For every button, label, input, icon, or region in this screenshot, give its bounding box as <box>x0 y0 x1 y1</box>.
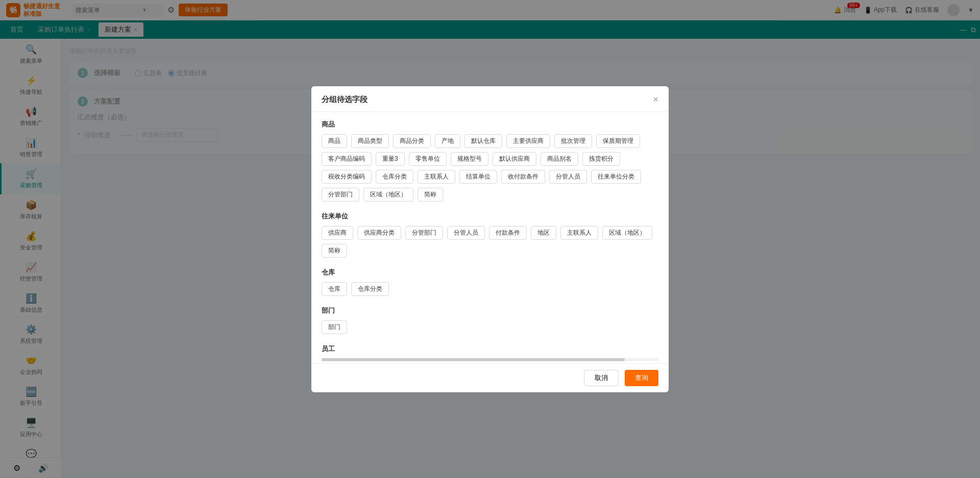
field-tag-goods[interactable]: 商品 <box>322 134 347 148</box>
field-tag-abbr2[interactable]: 简称 <box>322 244 347 258</box>
modal-body[interactable]: 商品 商品 商品类型 商品分类 产地 默认仓库 主要供应商 批次管理 保质期管理… <box>311 112 669 358</box>
department-field-tags: 部门 <box>322 320 658 334</box>
warehouse-field-tags: 仓库 仓库分类 <box>322 282 658 296</box>
employee-section-title: 员工 <box>322 344 658 354</box>
field-tag-payment-cond[interactable]: 付款条件 <box>489 226 527 240</box>
field-tag-tax-code[interactable]: 税收分类编码 <box>322 170 372 184</box>
field-tag-supplier-category[interactable]: 供应商分类 <box>357 226 401 240</box>
field-tag-area[interactable]: 地区 <box>531 226 556 240</box>
field-tag-supervisor[interactable]: 分管人员 <box>549 170 587 184</box>
field-section-warehouse: 仓库 仓库 仓库分类 <box>322 268 658 296</box>
field-tag-default-supplier[interactable]: 默认供应商 <box>493 152 536 166</box>
partner-field-tags: 供应商 供应商分类 分管部门 分管人员 付款条件 地区 主联系人 区域（地区） … <box>322 226 658 258</box>
field-tag-warehouse[interactable]: 仓库 <box>322 282 347 296</box>
modal-horizontal-scrollbar[interactable] <box>322 358 658 361</box>
field-tag-payment-terms[interactable]: 收付款条件 <box>501 170 545 184</box>
field-tag-warehouse-cat[interactable]: 仓库分类 <box>351 282 389 296</box>
modal-scroll-thumb-h <box>322 358 625 361</box>
confirm-button[interactable]: 查询 <box>625 370 658 386</box>
field-tag-abbr[interactable]: 简称 <box>418 188 443 202</box>
warehouse-section-title: 仓库 <box>322 268 658 277</box>
field-tag-region[interactable]: 区域（地区） <box>363 188 413 202</box>
field-tag-spec-model[interactable]: 规格型号 <box>451 152 488 166</box>
field-tag-default-warehouse[interactable]: 默认仓库 <box>464 134 502 148</box>
modal-title: 分组待选字段 <box>322 95 368 105</box>
field-tag-goods-alias[interactable]: 商品别名 <box>541 152 578 166</box>
goods-field-tags: 商品 商品类型 商品分类 产地 默认仓库 主要供应商 批次管理 保质期管理 客户… <box>322 134 658 202</box>
field-tag-goods-category[interactable]: 商品分类 <box>393 134 431 148</box>
goods-section-title: 商品 <box>322 120 658 129</box>
field-tag-weight3[interactable]: 重量3 <box>376 152 405 166</box>
modal-close-button[interactable]: × <box>653 94 658 105</box>
cancel-button[interactable]: 取消 <box>584 370 619 386</box>
field-section-department: 部门 部门 <box>322 306 658 334</box>
field-section-employee: 员工 业务员 <box>322 344 658 358</box>
field-section-partner: 往来单位 供应商 供应商分类 分管部门 分管人员 付款条件 地区 主联系人 区域… <box>322 212 658 258</box>
field-tag-supplier[interactable]: 供应商 <box>322 226 353 240</box>
modal-overlay: 分组待选字段 × 商品 商品 商品类型 商品分类 产地 默认仓库 主要供应商 批… <box>0 0 980 478</box>
field-tag-main-contact2[interactable]: 主联系人 <box>560 226 598 240</box>
field-section-goods: 商品 商品 商品类型 商品分类 产地 默认仓库 主要供应商 批次管理 保质期管理… <box>322 120 658 202</box>
department-section-title: 部门 <box>322 306 658 315</box>
modal-header: 分组待选字段 × <box>311 86 669 112</box>
modal-footer: 取消 查询 <box>311 363 669 392</box>
partner-section-title: 往来单位 <box>322 212 658 221</box>
field-tag-main-supplier[interactable]: 主要供应商 <box>506 134 550 148</box>
field-tag-main-contact[interactable]: 主联系人 <box>418 170 455 184</box>
field-tag-mgmt-dept[interactable]: 分管部门 <box>322 188 359 202</box>
field-tag-region2[interactable]: 区域（地区） <box>602 226 652 240</box>
field-tag-goods-type[interactable]: 商品类型 <box>351 134 389 148</box>
field-tag-batch-mgmt[interactable]: 批次管理 <box>554 134 592 148</box>
field-tag-retail-unit[interactable]: 零售单位 <box>409 152 447 166</box>
field-tag-customer-code[interactable]: 客户商品编码 <box>322 152 372 166</box>
field-tag-pick-points[interactable]: 拣货积分 <box>582 152 620 166</box>
modal-dialog: 分组待选字段 × 商品 商品 商品类型 商品分类 产地 默认仓库 主要供应商 批… <box>311 86 669 392</box>
field-tag-warehouse-category[interactable]: 仓库分类 <box>376 170 413 184</box>
field-tag-expiry-mgmt[interactable]: 保质期管理 <box>596 134 640 148</box>
field-tag-mgmt-person[interactable]: 分管人员 <box>447 226 485 240</box>
field-tag-dept[interactable]: 部门 <box>322 320 347 334</box>
field-tag-partner-category[interactable]: 往来单位分类 <box>591 170 641 184</box>
field-tag-origin[interactable]: 产地 <box>435 134 460 148</box>
field-tag-settlement-unit[interactable]: 结算单位 <box>459 170 497 184</box>
field-tag-mgmt-dept2[interactable]: 分管部门 <box>405 226 443 240</box>
